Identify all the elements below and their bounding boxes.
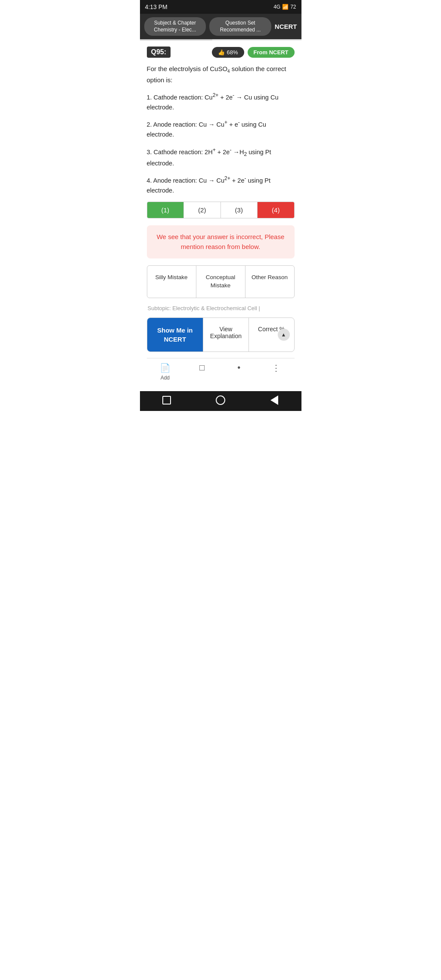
bottom-toolbar: 📄 Add □ • ⋮	[147, 358, 295, 385]
reason-row: Silly Mistake Conceptual Mistake Other R…	[147, 265, 295, 298]
network-label: 4G	[273, 4, 280, 10]
from-ncert-badge: From NCERT	[248, 47, 295, 58]
answer-option-2[interactable]: (2)	[184, 202, 221, 218]
triangle-icon	[270, 395, 278, 405]
header-tabs: Subject & Chapter Chemistry - Elec... Qu…	[140, 14, 301, 39]
dot-tool[interactable]: •	[220, 363, 258, 381]
view-explanation-button[interactable]: View Explanation	[203, 318, 248, 352]
square-icon	[162, 396, 171, 404]
add-tool[interactable]: 📄 Add	[147, 363, 184, 381]
status-icons: 4G 📶 72	[273, 4, 296, 10]
incorrect-message-text: We see that your answer is incorrect, Pl…	[154, 232, 288, 252]
conceptual-mistake-button[interactable]: Conceptual Mistake	[196, 266, 245, 298]
correct-percent-button[interactable]: Correct % ▲	[248, 318, 294, 352]
time-display: 4:13 PM	[145, 3, 168, 10]
circle-icon	[216, 395, 225, 405]
action-row: Show Me in NCERT View Explanation Correc…	[147, 317, 295, 352]
subject-chapter-tab[interactable]: Subject & Chapter Chemistry - Elec...	[144, 17, 206, 36]
bookmark-tool[interactable]: □	[183, 363, 220, 381]
answer-option-4[interactable]: (4)	[258, 202, 294, 218]
option-4: 4. Anode reaction: Cu → Cu2+ + 2e- using…	[147, 174, 295, 196]
chevron-up-icon: ▲	[278, 329, 290, 341]
nav-back-button[interactable]	[270, 395, 279, 405]
like-percent-badge: 👍 68%	[212, 47, 244, 58]
option-3: 3. Cathode reaction: 2H+ + 2e- →H2 using…	[147, 146, 295, 168]
header-badges: 👍 68% From NCERT	[212, 47, 295, 58]
question-header: Q95: 👍 68% From NCERT	[147, 47, 295, 58]
question-text: For the electrolysis of CuSO4 solution t…	[147, 64, 295, 85]
add-icon: 📄	[160, 363, 171, 373]
option-2: 2. Anode reaction: Cu → Cu+ + e- using C…	[147, 118, 295, 140]
question-area: Q95: 👍 68% From NCERT For the electrolys…	[140, 40, 301, 391]
question-set-tab[interactable]: Question Set Recommended ...	[209, 17, 271, 36]
incorrect-message-box: We see that your answer is incorrect, Pl…	[147, 225, 295, 258]
status-bar: 4:13 PM 4G 📶 72	[140, 0, 301, 14]
answer-row: (1) (2) (3) (4)	[147, 202, 295, 218]
question-number: Q95:	[147, 47, 171, 58]
answer-option-3[interactable]: (3)	[221, 202, 258, 218]
answer-option-1[interactable]: (1)	[147, 202, 184, 218]
show-me-ncert-button[interactable]: Show Me in NCERT	[147, 318, 203, 352]
more-tool[interactable]: ⋮	[258, 363, 295, 381]
tab-underline	[140, 39, 301, 40]
nav-home-button[interactable]	[216, 395, 225, 405]
nav-bar	[140, 391, 301, 411]
silly-mistake-button[interactable]: Silly Mistake	[147, 266, 196, 298]
dot-icon: •	[237, 363, 240, 373]
ncert-header-label: NCERT	[275, 23, 297, 30]
thumbs-up-icon: 👍	[218, 49, 225, 56]
more-icon: ⋮	[272, 363, 280, 373]
signal-bars: 📶	[282, 4, 289, 10]
other-reason-button[interactable]: Other Reason	[245, 266, 294, 298]
nav-square-button[interactable]	[162, 395, 171, 405]
bookmark-icon: □	[199, 363, 205, 373]
battery-label: 72	[290, 4, 296, 10]
subtopic-text: Subtopic: Electrolytic & Electrochemical…	[147, 305, 295, 311]
option-1: 1. Cathode reaction: Cu2+ + 2e- → Cu usi…	[147, 91, 295, 112]
